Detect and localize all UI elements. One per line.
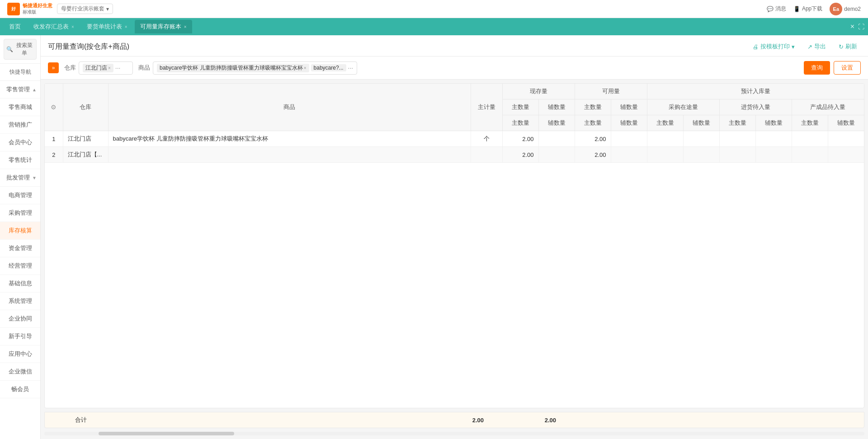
th-prod-wait-group: 产成品待入量 (792, 99, 864, 115)
refresh-label: 刷新 (845, 42, 857, 51)
th-stock-main: 主数量 (502, 99, 538, 115)
sidebar-item-new-guide[interactable]: 新手引导 (0, 328, 40, 345)
logo-icon: 好 (7, 3, 20, 15)
th-product: 商品 (108, 84, 471, 131)
refresh-icon: ↻ (839, 43, 844, 50)
close-all-tabs-btn[interactable]: × (850, 23, 854, 31)
sidebar-item-enterprise-wechat[interactable]: 企业微信 (0, 363, 40, 381)
page-header: 可用量查询(按仓库+商品) 🖨 按模板打印 ▾ ↗ 导出 ↻ 刷新 (41, 35, 868, 57)
tenant-selector[interactable]: 母婴行业演示账套 ▾ (57, 4, 113, 14)
app-download-btn[interactable]: 📱 App下载 (793, 5, 822, 13)
phone-icon: 📱 (793, 6, 800, 12)
warehouse-filter-group: 仓库 江北门店 × ··· (64, 61, 133, 75)
tab-order-stats-close[interactable]: × (125, 24, 127, 29)
sidebar-item-enterprise-collab[interactable]: 企业协同 (0, 310, 40, 328)
td-available-main-1: 2.00 (575, 131, 611, 147)
content-area: 可用量查询(按仓库+商品) 🖨 按模板打印 ▾ ↗ 导出 ↻ 刷新 (41, 35, 868, 439)
settings-btn[interactable]: 设置 (834, 61, 861, 75)
sidebar-item-ecommerce-mgmt-label: 电商管理 (4, 191, 37, 199)
print-label: 按模板打印 (760, 42, 790, 51)
td-po-wait-main-2 (719, 147, 755, 163)
data-table: ⚙ 仓库 商品 主计量 现存量 可用量 预计入库量 主数量 辅数量 主数量 辅数… (45, 84, 864, 163)
td-purchase-main-1 (647, 131, 683, 147)
product-tag-2: babycare?... (311, 64, 346, 71)
sidebar-item-retail-mgmt[interactable]: 零售管理 ▲ (0, 81, 40, 99)
data-table-wrapper: ⚙ 仓库 商品 主计量 现存量 可用量 预计入库量 主数量 辅数量 主数量 辅数… (44, 83, 864, 408)
sidebar-item-app-center[interactable]: 应用中心 (0, 345, 40, 363)
sidebar-item-finance-mgmt[interactable]: 资金管理 (0, 240, 40, 257)
export-btn[interactable]: ↗ 导出 (804, 41, 830, 52)
sidebar-item-purchase-mgmt[interactable]: 采购管理 (0, 204, 40, 222)
sidebar-search-area: 🔍 搜索菜单 (0, 35, 40, 64)
th-settings[interactable]: ⚙ (45, 84, 63, 131)
td-index-1: 1 (45, 131, 63, 147)
message-icon: 💬 (767, 6, 774, 12)
message-label: 消息 (775, 5, 786, 13)
tab-order-stats-label: 要货单统计表 (87, 23, 122, 31)
product-tag-1-remove[interactable]: × (304, 66, 307, 71)
tab-receive-send[interactable]: 收发存汇总表 × (28, 20, 80, 33)
tab-available-stock-close[interactable]: × (184, 24, 187, 29)
td-purchase-main-2 (647, 147, 683, 163)
filter-action-buttons: 查询 设置 (804, 61, 861, 75)
user-profile-btn[interactable]: Ea demo2 (830, 3, 861, 15)
sidebar-item-inventory[interactable]: 库存核算 (0, 222, 40, 240)
product-more-icon[interactable]: ··· (348, 64, 354, 71)
sidebar-item-wholesale-mgmt[interactable]: 批发管理 ▼ (0, 169, 40, 187)
warehouse-tag-remove[interactable]: × (108, 66, 111, 71)
print-icon: 🖨 (753, 43, 759, 50)
settings-gear-icon: ⚙ (51, 104, 57, 111)
sidebar-item-operations-mgmt[interactable]: 经营管理 (0, 257, 40, 275)
sidebar-item-ecommerce-mgmt[interactable]: 电商管理 (0, 187, 40, 204)
tab-available-stock[interactable]: 可用量库存账本 × (135, 20, 192, 33)
tab-home-label: 首页 (9, 23, 21, 31)
table-footer: 合计 2.00 2.00 (44, 412, 864, 428)
query-btn[interactable]: 查询 (804, 61, 830, 75)
sidebar-item-retail-mgmt-label: 零售管理 (4, 85, 32, 94)
filter-expand-btn[interactable]: » (48, 62, 59, 73)
sidebar-item-member[interactable]: 畅会员 (0, 381, 40, 398)
quick-nav-btn[interactable]: 快捷导航 (3, 66, 38, 78)
fullscreen-btn[interactable]: ⛶ (858, 23, 864, 30)
sidebar: 🔍 搜索菜单 快捷导航 零售管理 ▲ 零售商城 营销推广 会员中心 零售统计 批… (0, 35, 41, 439)
scrollbar-thumb[interactable] (99, 432, 234, 435)
td-po-wait-aux-2 (755, 147, 792, 163)
warehouse-filter-input[interactable]: 江北门店 × ··· (79, 61, 133, 75)
tab-home[interactable]: 首页 (4, 20, 26, 33)
product-tag-1-text: babycare学饮杯 儿童防摔防撞吸管杯重力球吸嘴杯宝宝水杯 (160, 64, 303, 72)
sidebar-item-marketing[interactable]: 营销推广 (0, 116, 40, 134)
sidebar-item-member-center[interactable]: 会员中心 (0, 134, 40, 151)
td-available-aux-2 (611, 147, 647, 163)
page-title: 可用量查询(按仓库+商品) (48, 42, 129, 52)
message-btn[interactable]: 💬 消息 (767, 5, 786, 13)
sidebar-item-retail-stats[interactable]: 零售统计 (0, 151, 40, 169)
refresh-btn[interactable]: ↻ 刷新 (835, 41, 861, 52)
th-po-wait-main: 主数量 (719, 115, 755, 131)
footer-stock-main: 2.00 (448, 417, 484, 424)
horizontal-scrollbar[interactable] (44, 432, 864, 435)
td-stock-aux-1 (538, 131, 575, 147)
tenant-dropdown-icon: ▾ (106, 6, 109, 12)
print-btn[interactable]: 🖨 按模板打印 ▾ (749, 41, 798, 52)
nav-tabs-right: × ⛶ (850, 23, 864, 31)
sidebar-item-enterprise-collab-label: 企业协同 (4, 315, 37, 323)
sidebar-item-member-center-label: 会员中心 (4, 138, 37, 146)
th-stock-main-2: 主数量 (502, 115, 538, 131)
sidebar-item-retail-mall[interactable]: 零售商城 (0, 99, 40, 116)
warehouse-tag: 江北门店 × (83, 64, 113, 72)
th-warehouse: 仓库 (63, 84, 108, 131)
th-purchase-group: 采购在途量 (647, 99, 719, 115)
sidebar-item-system-mgmt[interactable]: 系统管理 (0, 293, 40, 310)
tab-receive-send-close[interactable]: × (71, 24, 74, 29)
sidebar-item-basic-info[interactable]: 基础信息 (0, 275, 40, 293)
search-menu-btn[interactable]: 🔍 搜索菜单 (4, 39, 37, 60)
td-index-2: 2 (45, 147, 63, 163)
tab-receive-send-label: 收发存汇总表 (33, 23, 69, 31)
product-filter-input[interactable]: babycare学饮杯 儿童防摔防撞吸管杯重力球吸嘴杯宝宝水杯 × babyca… (153, 61, 357, 75)
warehouse-more-icon[interactable]: ··· (115, 64, 121, 71)
td-warehouse-1: 江北门店 (63, 131, 108, 147)
th-stock-aux: 辅数量 (538, 99, 575, 115)
tab-order-stats[interactable]: 要货单统计表 × (81, 20, 133, 33)
page-header-actions: 🖨 按模板打印 ▾ ↗ 导出 ↻ 刷新 (749, 41, 861, 52)
sidebar-item-wholesale-mgmt-label: 批发管理 (4, 174, 32, 182)
